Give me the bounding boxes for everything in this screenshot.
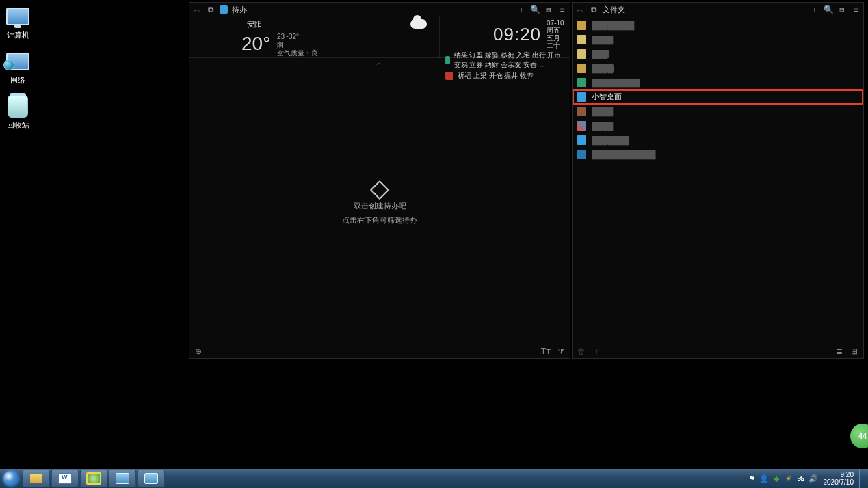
tray-volume-icon[interactable]: 🔊	[808, 474, 818, 483]
info-strip: 安阳 20° 23~32° 阴 空气质量：良 09:20 07-10 周五 五月…	[189, 16, 570, 58]
files-item[interactable]: ████	[573, 61, 863, 75]
sort-icon[interactable]: ↕	[592, 347, 601, 356]
file-name: ████	[592, 107, 612, 116]
grid-view-icon[interactable]: ⊞	[850, 347, 859, 356]
tray-net-icon[interactable]: 🖧	[796, 474, 806, 483]
search-icon[interactable]: 🔍	[824, 5, 833, 14]
pencil-icon	[370, 180, 389, 199]
menu-icon[interactable]: ≡	[557, 5, 567, 14]
fab-button[interactable]: 44	[850, 424, 868, 448]
file-type-icon	[577, 35, 586, 44]
show-desktop[interactable]	[859, 469, 865, 488]
clock-block[interactable]: 09:20 07-10 周五 五月二十 纳采 订盟 嫁娶 移徙 入宅 出行 开市…	[440, 16, 570, 57]
tray-user-icon[interactable]: 👤	[759, 474, 769, 483]
pin-icon[interactable]: ⧉	[589, 5, 599, 14]
empty-line2: 点击右下角可筛选待办	[342, 215, 417, 226]
recycle-icon	[5, 94, 30, 119]
desktop-icon-label: 计算机	[1, 30, 34, 40]
taskbar-explorer[interactable]	[23, 470, 50, 487]
file-type-icon	[577, 78, 586, 87]
cloud-icon	[410, 19, 427, 29]
file-type-icon	[577, 92, 586, 102]
collapse-handle[interactable]: ︿	[189, 58, 570, 64]
taskbar-word[interactable]	[51, 470, 79, 487]
file-name: ███████	[592, 136, 629, 144]
todo-panel: ︿ ⧉ 待办 ＋ 🔍 ⧈ ≡ 安阳 20° 23~32° 阴 空气质量：良	[189, 2, 570, 359]
desktop-icon-network[interactable]: 网络	[1, 49, 34, 85]
desktop-icon-recycle[interactable]: 回收站	[1, 94, 34, 131]
word-icon	[58, 473, 72, 484]
file-type-icon	[577, 150, 586, 159]
add-icon[interactable]: ＋	[810, 5, 819, 14]
taskbar-ie[interactable]	[80, 470, 107, 487]
files-item[interactable]: ████████████	[573, 147, 863, 161]
files-item[interactable]: ███████	[573, 133, 863, 147]
chevron-up-icon[interactable]: ︿	[575, 5, 585, 14]
taskbar: ⚑ 👤 ◆ ☀ 🖧 🔊 9:202020/7/10	[0, 469, 868, 488]
desktop-icon-label: 回收站	[1, 120, 34, 131]
files-item[interactable]: █████████	[573, 75, 863, 90]
files-item[interactable]: ████	[573, 118, 863, 133]
weather-temp: 20°	[241, 33, 270, 55]
text-size-icon[interactable]: Tᴛ	[541, 347, 551, 356]
search-icon[interactable]: 🔍	[530, 5, 540, 14]
menu-icon[interactable]: ≡	[851, 5, 860, 14]
file-name: ████████████	[592, 150, 641, 159]
files-item[interactable]: ████████	[573, 18, 863, 32]
desktop-icon-computer[interactable]: 计算机	[1, 4, 34, 40]
todo-footer: ⊕ Tᴛ ⧩	[189, 344, 570, 358]
weather-location: 安阳	[247, 19, 262, 29]
weather-detail: 23~32° 阴 空气质量：良	[277, 33, 318, 57]
file-type-icon	[577, 21, 586, 30]
start-button[interactable]	[0, 469, 22, 488]
pin-icon[interactable]: ⧉	[206, 5, 215, 14]
archive-icon[interactable]: ⧈	[837, 5, 847, 14]
filter-icon[interactable]: ⧩	[556, 347, 566, 356]
file-type-icon	[577, 49, 586, 59]
files-footer: 🗑 ↕ ≣ ⊞	[573, 344, 863, 358]
ie-icon	[86, 472, 101, 485]
file-name: ████	[592, 64, 614, 72]
chevron-up-icon[interactable]: ︿	[192, 5, 202, 14]
todo-title-icon	[220, 5, 228, 14]
empty-line1: 双击创建待办吧	[354, 201, 406, 211]
todo-empty[interactable]: 双击创建待办吧 点击右下角可筛选待办	[189, 64, 570, 344]
files-item[interactable]: 小智桌面	[573, 90, 863, 104]
archive-icon[interactable]: ⧈	[544, 5, 553, 14]
files-title: 文件夹	[603, 5, 625, 15]
file-name: ████	[592, 122, 612, 130]
tray-shield-icon[interactable]: ◆	[772, 474, 781, 483]
tray-clock[interactable]: 9:202020/7/10	[821, 471, 857, 486]
todo-title: 待办	[232, 5, 247, 15]
add-todo-icon[interactable]: ⊕	[194, 347, 203, 356]
file-name: ████████	[592, 21, 631, 29]
clock-date: 07-10 周五 五月二十	[547, 19, 564, 49]
files-header: ︿ ⧉ 文件夹 ＋ 🔍 ⧈ ≡	[573, 3, 863, 16]
files-list: ████████████████████████████小智桌面████████…	[573, 16, 863, 344]
clock-time: 09:20	[493, 24, 541, 45]
system-tray: ⚑ 👤 ◆ ☀ 🖧 🔊 9:202020/7/10	[744, 469, 869, 488]
todo-header: ︿ ⧉ 待办 ＋ 🔍 ⧈ ≡	[189, 3, 570, 16]
weather-block[interactable]: 安阳 20° 23~32° 阴 空气质量：良	[189, 16, 440, 57]
tray-flag-icon[interactable]: ⚑	[747, 474, 757, 483]
files-item[interactable]: ████	[573, 104, 863, 118]
trash-icon[interactable]: 🗑	[577, 347, 586, 356]
taskbar-app1[interactable]	[109, 470, 136, 487]
taskbar-app2[interactable]	[137, 470, 165, 487]
file-type-icon	[577, 135, 586, 145]
files-item[interactable]: ████	[573, 32, 863, 46]
file-type-icon	[577, 107, 586, 116]
network-icon	[5, 49, 30, 74]
files-item[interactable]: ███	[573, 46, 863, 61]
list-view-icon[interactable]: ≣	[834, 347, 844, 356]
add-icon[interactable]: ＋	[516, 5, 526, 14]
file-type-icon	[577, 64, 586, 73]
file-name: 小智桌面	[592, 92, 622, 102]
folder-icon	[30, 474, 42, 483]
files-panel: ︿ ⧉ 文件夹 ＋ 🔍 ⧈ ≡ ████████████████████████…	[572, 2, 864, 359]
file-type-icon	[577, 121, 586, 131]
file-name: ████	[592, 36, 612, 44]
desktop-icon-label: 网络	[1, 75, 34, 85]
tray-sun-icon[interactable]: ☀	[784, 474, 793, 483]
file-name: █████████	[592, 79, 635, 87]
